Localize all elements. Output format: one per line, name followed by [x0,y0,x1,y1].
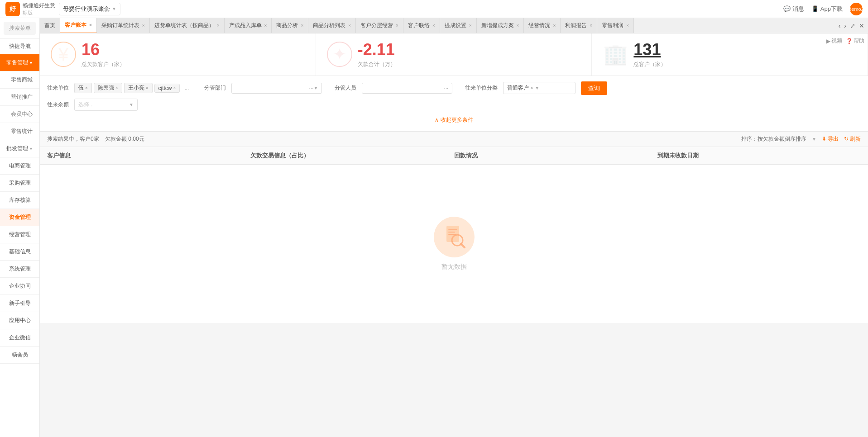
tab-customer-book[interactable]: 客户账本 × [60,18,97,33]
sidebar-item-retail-mall[interactable]: 零售商城 [0,71,39,89]
tab-close-product-analysis-list[interactable]: × [348,23,351,28]
tab-goods-instock[interactable]: 进货单统计表（按商品） × [150,18,225,33]
tab-product-analysis-list[interactable]: 商品分析列表 × [308,18,356,33]
sidebar-item-enterprise-wechat[interactable]: 企业微信 [0,329,39,347]
tab-close-promotion[interactable]: × [469,23,472,28]
tab-close-goods-instock[interactable]: × [217,23,220,28]
unit-type-tag-close[interactable]: × [530,86,533,90]
sidebar-item-sales-promo[interactable]: 营销推广 [0,89,39,106]
app-download-btn[interactable]: 📱 App下载 [811,5,843,13]
results-actions: 排序：按欠款金额倒序排序 ▼ ⬇ 导出 ↻ 刷新 [741,135,861,143]
unit-tag-wu-close[interactable]: × [85,86,88,90]
tab-bar: 首页 客户账本 × 采购订单统计表 × 进货单统计表（按商品） × 产成品入库单… [40,18,868,33]
sidebar-item-retail-stats[interactable]: 零售统计 [0,123,39,140]
unit-tag-chen-close[interactable]: × [115,86,118,90]
tab-product-instock[interactable]: 产成品入库单 × [225,18,272,33]
sidebar-item-ops[interactable]: 经营管理 [0,226,39,243]
sidebar-item-purchase[interactable]: 采购管理 [0,175,39,192]
balance-filter-input[interactable]: 选择... ▼ [74,99,138,111]
dept-more-btn[interactable]: ··· [309,85,313,91]
unit-type-tag: 普通客户 × [507,84,533,92]
tab-customer-tier[interactable]: 客户分层经营 × [356,18,403,33]
stats-bar: ¥ 16 总欠款客户（家） ✦ [40,33,868,76]
collapse-filter-btn[interactable]: ∧ 收起更多条件 [429,114,479,126]
stat-owed-customers-value: 16 [82,41,125,59]
sidebar-item-ecommerce[interactable]: 电商管理 [0,157,39,175]
tab-close-customer-book[interactable]: × [89,23,92,28]
export-btn[interactable]: ⬇ 导出 [822,135,839,143]
tab-close-customer-tier[interactable]: × [396,23,398,28]
unit-tag-wang: 王小亮 × [124,83,153,93]
tab-close-profit[interactable]: × [590,23,592,28]
unit-tag-cjttcw-close[interactable]: × [173,86,176,90]
unit-filter-tags: 伍 × 陈民强 × 王小亮 × cjttcw × [74,83,192,93]
stat-owed-customers-label: 总欠款客户（家） [82,61,125,68]
company-selector[interactable]: 母婴行业演示账套 ▼ [59,3,120,15]
tab-product-analysis[interactable]: 商品分析 × [272,18,308,33]
avatar[interactable]: demo2 [850,3,863,15]
message-btn[interactable]: 💬 消息 [783,5,804,13]
tab-close-all-btn[interactable]: ✕ [858,21,865,30]
sidebar-item-inventory[interactable]: 库存核算 [0,192,39,209]
tab-close-ops[interactable]: × [553,23,556,28]
no-data-area: 暂无数据 [40,165,868,323]
sidebar-item-retail-mgmt[interactable]: 零售管理 ▼ [0,54,39,71]
tab-promotion-settings[interactable]: 提成设置 × [440,18,477,33]
query-button[interactable]: 查询 [581,81,607,95]
help-icon: ❓ [846,38,853,44]
search-result-text: 搜索结果中，客户0家 [47,136,99,142]
tab-close-retail-profit[interactable]: × [626,23,629,28]
no-data-text: 暂无数据 [441,263,467,271]
sidebar-item-member-center[interactable]: 会员中心 [0,106,39,123]
results-info: 搜索结果中，客户0家 欠款金额 0.00元 [47,135,144,143]
quick-nav-btn[interactable]: 快捷导航 [0,39,39,54]
sidebar-item-app-center[interactable]: 应用中心 [0,312,39,329]
tab-close-purchase-order[interactable]: × [142,23,145,28]
tab-purchase-order[interactable]: 采购订单统计表 × [97,18,150,33]
unit-tag-wang-close[interactable]: × [146,86,149,90]
sidebar-item-enterprise-collab[interactable]: 企业协同 [0,278,39,295]
tab-close-product-analysis[interactable]: × [301,23,303,28]
stat-total-customers-value: 131 [633,41,666,59]
unit-tag-chen: 陈民强 × [94,83,122,93]
tab-customer-contact[interactable]: 客户联络 × [403,18,440,33]
unit-type-select[interactable]: 普通客户 × ▼ [503,82,575,94]
stat-owed-amount-value: -2.11 [358,41,396,59]
stat-owed-amount-label: 欠款合计（万） [358,61,396,68]
tab-close-new-promotion[interactable]: × [517,23,519,28]
tab-close-customer-contact[interactable]: × [432,23,435,28]
person-filter-select[interactable]: ··· [362,83,452,94]
search-menu-btn[interactable]: 搜索菜单 [4,22,36,35]
wholesale-label: 批发管理 [6,145,28,152]
dept-filter-select[interactable]: ··· ▼ [231,83,322,94]
person-more-btn[interactable]: ··· [444,85,448,91]
top-bar-left: 好 畅捷通好生意 标版 母婴行业演示账套 ▼ [5,2,120,16]
refresh-btn[interactable]: ↻ 刷新 [844,135,861,143]
page-content: ¥ 16 总欠款客户（家） ✦ [40,33,868,437]
help-btn[interactable]: ❓ 帮助 [846,37,864,45]
sort-chevron-icon: ▼ [812,137,816,142]
tab-prev-btn[interactable]: ‹ [838,21,842,30]
unit-filter-label: 往来单位 [47,84,69,92]
sidebar-item-system[interactable]: 系统管理 [0,261,39,278]
sidebar-item-wholesale-mgmt[interactable]: 批发管理 ▼ [0,140,39,157]
sidebar-item-finance[interactable]: 资金管理 [0,209,39,226]
sidebar-item-new-guide[interactable]: 新手引导 [0,295,39,312]
tab-home[interactable]: 首页 [40,18,60,33]
video-btn[interactable]: ▶ 视频 [826,37,842,45]
sidebar: 搜索菜单 快捷导航 零售管理 ▼ 零售商城 营销推广 会员中心 零售统计 批发管… [0,18,40,437]
tab-expand-btn[interactable]: ⤢ [849,21,856,30]
tab-ops-status[interactable]: 经营情况 × [524,18,561,33]
sort-label: 排序：按欠款金额倒序排序 [741,135,806,143]
sidebar-item-basic-info[interactable]: 基础信息 [0,243,39,261]
tab-close-product-instock[interactable]: × [264,23,267,28]
tab-retail-profit[interactable]: 零售利润 × [597,18,634,33]
unit-tags-more-btn[interactable]: ... [182,84,192,92]
filter-area: 往来单位 伍 × 陈民强 × 王小亮 × [40,76,868,132]
no-data-icon [434,217,475,257]
tab-new-promotion[interactable]: 新增提成方案 × [477,18,524,33]
sidebar-item-vip[interactable]: 畅会员 [0,347,39,364]
tab-profit-report[interactable]: 利润报告 × [561,18,597,33]
tab-next-btn[interactable]: › [843,21,847,30]
chevron-icon: ▼ [29,61,33,65]
